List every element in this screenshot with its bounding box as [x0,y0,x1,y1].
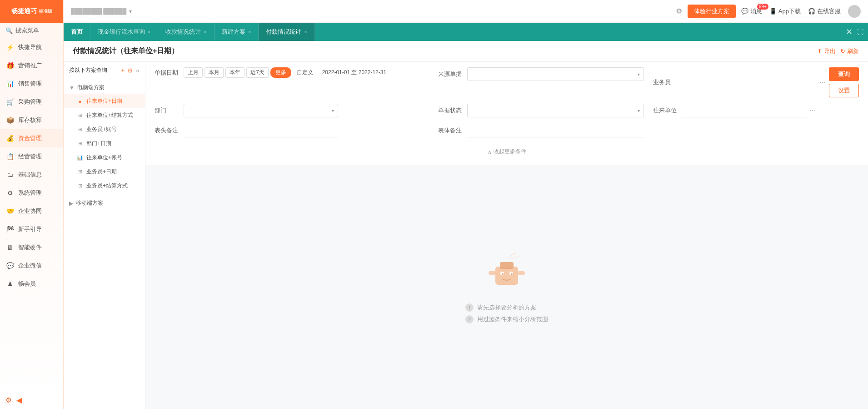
body-note-input[interactable] [467,124,644,137]
topbar-gear-icon[interactable]: ⚙ [676,7,682,15]
filter-row-1: 单据日期 上月 本月 本年 近7天 更多 自定义 2022-01-01 至 20… [155,67,859,97]
dept-select[interactable]: ▾ [184,104,338,117]
tabbar-expand-btn[interactable]: ⛶ [857,28,863,35]
tab-payment-close[interactable]: × [304,29,307,35]
sidebar-item-system[interactable]: ⚙ 系统管理 [0,184,63,202]
scheme-item-unit-account[interactable]: 📊 往来单位+账号 [64,151,145,165]
topbar-avatar[interactable] [848,5,861,18]
unit-more-btn[interactable]: ··· [809,106,815,115]
date-btn-last-month[interactable]: 上月 [184,67,203,78]
right-content: 单据日期 上月 本月 本年 近7天 更多 自定义 2022-01-01 至 20… [145,62,868,409]
system-icon: ⚙ [5,188,15,197]
scheme-item-unit-payment[interactable]: ⊞ 往来单位+结算方式 [64,108,145,122]
sidebar-item-label: 新手引导 [18,225,42,233]
sidebar-item-sales[interactable]: 📊 销售管理 [0,75,63,93]
scheme-item-staff-account[interactable]: ⊞ 业务员+账号 [64,122,145,136]
add-scheme-btn[interactable]: + [121,67,125,74]
sidebar-item-hardware[interactable]: 🖥 智能硬件 [0,238,63,257]
tab-new-plan-close[interactable]: × [248,29,251,35]
filter-panel: 按以下方案查询 + ⚙ « ▼ 电脑端方案 ● 往来单位+日期 ⊞ [64,62,145,409]
date-btn-custom[interactable]: 自定义 [293,68,317,77]
topbar-service[interactable]: 🎧 在线客服 [808,7,841,15]
sidebar-item-guide[interactable]: 🏁 新手引导 [0,220,63,238]
tabbar-close-all-btn[interactable]: ✕ [846,27,853,37]
filter-group-staff: 业务员 ··· 查询 设置 [653,67,859,97]
export-btn[interactable]: ⬆ 导出 [817,47,836,56]
app-icon: 📱 [769,8,777,15]
svg-rect-7 [518,271,525,275]
sidebar-item-basic[interactable]: 🗂 基础信息 [0,166,63,184]
sidebar-item-member[interactable]: ♟ 畅会员 [0,275,63,293]
empty-hint-1: 1 请先选择要分析的方案 [465,303,548,312]
tab-payment[interactable]: 付款情况统计 × [259,23,314,41]
sidebar-item-label: 系统管理 [18,189,42,197]
sidebar-item-quick-nav[interactable]: ⚡ 快捷导航 [0,38,63,56]
scheme-icon: ⊞ [76,168,84,176]
date-btn-more[interactable]: 更多 [270,67,291,78]
msg-badge: 99+ [757,4,768,10]
scheme-item-staff-date[interactable]: ⊞ 业务员+日期 [64,165,145,179]
status-select[interactable]: ▾ [467,104,644,117]
tab-receipt-close[interactable]: × [204,29,206,35]
trial-btn[interactable]: 体验行业方案 [688,5,736,18]
finance-icon: 💰 [5,134,15,143]
topbar-app-download[interactable]: 📱 App下载 [769,7,801,15]
bottom-settings-icon[interactable]: ⚙ [5,396,12,404]
scheme-label: 往来单位+账号 [86,154,122,162]
topbar: ████████ ██████ ▾ ⚙ 体验行业方案 💬 消息 99+ 📱 Ap… [64,0,868,23]
empty-area: 1 请先选择要分析的方案 2 用过滤条件来缩小分析范围 [145,165,868,409]
filter-panel-actions: + ⚙ « [121,67,140,74]
sidebar-item-enterprise[interactable]: 🤝 企业协同 [0,202,63,220]
date-btn-this-year[interactable]: 本年 [225,67,244,78]
sidebar-item-operation[interactable]: 📋 经营管理 [0,147,63,166]
topbar-msg[interactable]: 💬 消息 99+ [741,7,762,15]
scheme-item-staff-payment[interactable]: ⊞ 业务员+结算方式 [64,179,145,193]
body-note-label: 表体备注 [438,126,464,135]
staff-input-area [682,76,816,89]
sidebar-item-marketing[interactable]: 🎁 营销推广 [0,56,63,75]
tab-new-plan[interactable]: 新建方案 × [215,23,259,41]
tabbar: 首页 现金银行流水查询 × 收款情况统计 × 新建方案 × 付款情况统计 × ✕… [64,23,868,41]
sidebar-item-inventory[interactable]: 📦 库存核算 [0,111,63,129]
page-header: 付款情况统计（往来单位+日期） ⬆ 导出 ↻ 刷新 [64,41,868,62]
sidebar-item-finance[interactable]: 💰 资金管理 [0,129,63,147]
collapse-more-btn[interactable]: ∧ 收起更多条件 [155,144,859,159]
collapse-chevron-icon: ∧ [488,149,492,155]
scheme-item-dept-date[interactable]: ⊞ 部门+日期 [64,136,145,151]
svg-rect-1 [500,262,514,269]
scheme-icon: ⊞ [76,140,84,147]
address-text: ████████ ██████ [71,8,126,15]
tab-bank-close[interactable]: × [148,29,150,35]
sidebar-search[interactable]: 🔍 搜索菜单 [0,23,63,38]
page-header-actions: ⬆ 导出 ↻ 刷新 [817,47,859,56]
setting-btn[interactable]: 设置 [829,84,859,97]
sidebar-item-wechat[interactable]: 💬 企业微信 [0,257,63,275]
panel-collapse-btn[interactable]: « [136,67,140,74]
tab-receipt[interactable]: 收款情况统计 × [158,23,214,41]
query-btn[interactable]: 查询 [829,67,859,81]
sidebar-collapse-icon[interactable]: ◀ [16,396,22,404]
refresh-btn[interactable]: ↻ 刷新 [840,47,859,56]
svg-line-9 [511,256,520,259]
mobile-group-label[interactable]: ▶ 移动端方案 [64,197,145,210]
sidebar-item-purchase[interactable]: 🛒 采购管理 [0,93,63,111]
svg-rect-0 [495,267,518,285]
filter-group-status: 单据状态 ▾ [438,104,644,117]
desktop-group-label[interactable]: ▼ 电脑端方案 [64,81,145,94]
wechat-icon: 💬 [5,261,15,270]
scheme-settings-btn[interactable]: ⚙ [127,67,133,74]
date-btn-7days[interactable]: 近7天 [246,67,269,78]
scheme-item-unit-date[interactable]: ● 往来单位+日期 [64,94,145,108]
staff-more-btn[interactable]: ··· [819,78,825,86]
source-select[interactable]: ▾ [467,67,644,81]
date-btn-this-month[interactable]: 本月 [205,67,224,78]
svg-point-5 [511,273,513,275]
empty-num-1: 1 [465,303,474,312]
tab-home[interactable]: 首页 [64,23,90,41]
tab-bank[interactable]: 现金银行流水查询 × [90,23,158,41]
mobile-scheme-group: ▶ 移动端方案 [64,195,145,212]
dropdown-icon[interactable]: ▾ [129,8,132,15]
header-note-input[interactable] [184,124,338,137]
mobile-group-arrow: ▶ [69,200,73,207]
source-dropdown-icon: ▾ [638,72,640,77]
